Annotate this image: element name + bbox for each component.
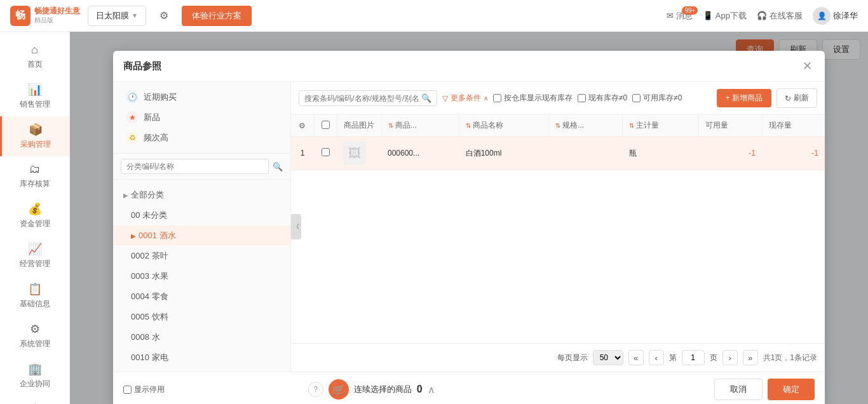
checkbox-available-stock[interactable]: 可用库存≠0 bbox=[632, 93, 682, 104]
username: 徐泽华 bbox=[833, 10, 858, 22]
cat-item-snacks[interactable]: 0004 零食 bbox=[113, 286, 290, 307]
branch-arrow-icon: ▼ bbox=[132, 12, 138, 19]
sidebar-item-sales[interactable]: 📊 销售管理 bbox=[0, 76, 69, 116]
display-disabled-label[interactable]: 显示停用 bbox=[123, 384, 165, 395]
more-filter-button[interactable]: ▽ 更多条件 ∧ bbox=[442, 93, 488, 104]
headset-icon: 🎧 bbox=[757, 11, 767, 20]
table-row[interactable]: 1 🖼 bbox=[291, 137, 825, 170]
messages-button[interactable]: ✉ 消息 99+ bbox=[667, 10, 693, 22]
settings-icon[interactable]: ⚙ bbox=[154, 6, 174, 26]
th-product-spec[interactable]: ⇅ 规格... bbox=[548, 115, 622, 137]
collapse-footer-icon[interactable]: ∧ bbox=[428, 384, 435, 396]
sidebar-label-inventory: 库存核算 bbox=[20, 178, 50, 189]
cat-item-all[interactable]: ▶ 全部分类 bbox=[113, 185, 290, 205]
cat-item-drinks[interactable]: 0005 饮料 bbox=[113, 307, 290, 327]
last-page-button[interactable]: » bbox=[743, 350, 758, 365]
existing-stock-checkbox[interactable] bbox=[578, 94, 586, 102]
add-product-button[interactable]: + 新增商品 bbox=[717, 89, 771, 107]
cat-item-appliances[interactable]: 0010 家电 bbox=[113, 347, 290, 368]
filter-frequent[interactable]: ♻ 频次高 bbox=[121, 128, 283, 148]
cat-arrow-alcohol: ▶ bbox=[131, 232, 136, 239]
next-page-button[interactable]: › bbox=[722, 350, 738, 365]
refresh-icon: ↻ bbox=[785, 94, 791, 103]
sidebar-item-home[interactable]: ⌂ 首页 bbox=[0, 37, 69, 76]
display-disabled-checkbox[interactable] bbox=[123, 386, 132, 394]
per-page-select[interactable]: 50 bbox=[593, 350, 623, 365]
th-checkbox bbox=[314, 115, 337, 137]
filter-new[interactable]: ★ 新品 bbox=[121, 107, 283, 128]
logo-name: 畅捷通好生意 bbox=[34, 6, 80, 17]
logo: 畅 畅捷通好生意 精品版 bbox=[10, 6, 80, 26]
trial-button[interactable]: 体验行业方案 bbox=[182, 6, 252, 26]
th-product-name[interactable]: ⇅ 商品名称 bbox=[459, 115, 549, 137]
product-panel: 🔍 ▽ 更多条件 ∧ 按仓库显示现有库存 bbox=[291, 82, 825, 372]
category-search-input[interactable] bbox=[121, 159, 269, 174]
branch-selector[interactable]: 日太阳膜 ▼ bbox=[88, 6, 146, 26]
row-checkbox[interactable] bbox=[322, 148, 330, 156]
sidebar-label-procurement: 采购管理 bbox=[20, 139, 51, 150]
product-thumbnail: 🖼 bbox=[343, 142, 366, 165]
new-icon: ★ bbox=[126, 111, 139, 124]
cat-item-fruit[interactable]: 0003 水果 bbox=[113, 266, 290, 286]
cat-item-water[interactable]: 0008 水 bbox=[113, 327, 290, 347]
td-checkbox[interactable] bbox=[314, 137, 337, 170]
cat-label-appliances: 0010 家电 bbox=[131, 352, 168, 363]
help-icon[interactable]: ? bbox=[308, 382, 323, 397]
cat-arrow-all: ▶ bbox=[123, 192, 128, 199]
filter-recent[interactable]: 🕐 近期购买 bbox=[121, 87, 283, 107]
confirm-button[interactable]: 确定 bbox=[768, 379, 815, 400]
th-settings[interactable]: ⚙ bbox=[291, 115, 314, 137]
checkbox-warehouse-stock[interactable]: 按仓库显示现有库存 bbox=[493, 93, 573, 104]
modal-close-button[interactable]: ✕ bbox=[799, 58, 815, 74]
checkbox-existing-label: 现有库存≠0 bbox=[588, 93, 627, 104]
category-search-icon[interactable]: 🔍 bbox=[273, 162, 283, 172]
online-service-button[interactable]: 🎧 在线客服 bbox=[757, 10, 803, 22]
warehouse-stock-checkbox[interactable] bbox=[493, 94, 501, 102]
modal-header: 商品参照 ✕ bbox=[113, 51, 825, 82]
th-unit[interactable]: ⇅ 主计量 bbox=[623, 115, 699, 137]
sidebar-item-procurement[interactable]: 📦 采购管理 bbox=[0, 116, 69, 156]
frequent-icon: ♻ bbox=[126, 131, 139, 144]
sidebar-item-inventory[interactable]: 🗂 库存核算 bbox=[0, 156, 69, 196]
sidebar-item-basics[interactable]: 📋 基础信息 bbox=[0, 276, 69, 316]
available-stock-checkbox[interactable] bbox=[632, 94, 641, 102]
filter-arrow-icon: ∧ bbox=[484, 95, 488, 102]
first-page-button[interactable]: « bbox=[628, 350, 644, 365]
online-service-label: 在线客服 bbox=[770, 10, 803, 22]
product-search-input[interactable] bbox=[304, 94, 419, 103]
avatar-icon: 👤 bbox=[813, 7, 831, 25]
collapse-panel-button[interactable]: 《 bbox=[291, 214, 301, 239]
category-panel: 🕐 近期购买 ★ 新品 ♻ 频次高 bbox=[113, 82, 291, 372]
sidebar-item-guide[interactable]: 🎓 新手引导 bbox=[0, 396, 69, 404]
td-stock: -1 bbox=[762, 137, 825, 170]
display-disabled-text: 显示停用 bbox=[134, 384, 165, 395]
page-label: 第 bbox=[669, 353, 677, 363]
sidebar-item-operations[interactable]: 📈 经营管理 bbox=[0, 236, 69, 276]
td-name: 白酒100ml bbox=[459, 137, 549, 170]
user-avatar[interactable]: 👤 徐泽华 bbox=[813, 7, 858, 25]
category-list: ▶ 全部分类 00 未分类 ▶ 0001 酒水 0002 茶 bbox=[113, 180, 290, 372]
cat-item-tea[interactable]: 0002 茶叶 bbox=[113, 246, 290, 266]
product-search-wrap: 🔍 bbox=[299, 90, 437, 106]
inventory-icon: 🗂 bbox=[29, 163, 41, 176]
cat-item-uncategorized[interactable]: 00 未分类 bbox=[113, 205, 290, 226]
select-all-checkbox[interactable] bbox=[322, 121, 330, 129]
refresh-button[interactable]: ↻ 刷新 bbox=[776, 88, 817, 108]
page-number-input[interactable] bbox=[682, 350, 705, 365]
sidebar-item-finance[interactable]: 💰 资金管理 bbox=[0, 196, 69, 236]
app-download-button[interactable]: 📱 App下载 bbox=[703, 10, 747, 22]
th-product-code[interactable]: ⇅ 商品... bbox=[381, 115, 459, 137]
message-icon: ✉ bbox=[667, 11, 674, 20]
sidebar-item-system[interactable]: ⚙ 系统管理 bbox=[0, 316, 69, 356]
top-navigation: 畅 畅捷通好生意 精品版 日太阳膜 ▼ ⚙ 体验行业方案 ✉ 消息 99+ 📱 … bbox=[0, 0, 868, 32]
sidebar-label-enterprise: 企业协同 bbox=[20, 379, 50, 389]
cat-label-alcohol: 0001 酒水 bbox=[139, 230, 176, 241]
cat-item-alcohol[interactable]: ▶ 0001 酒水 bbox=[113, 226, 290, 246]
total-info: 共1页，1条记录 bbox=[763, 353, 817, 363]
sidebar-item-enterprise[interactable]: 🏢 企业协同 bbox=[0, 356, 69, 396]
product-search-icon[interactable]: 🔍 bbox=[421, 93, 431, 103]
cancel-button[interactable]: 取消 bbox=[714, 379, 763, 400]
prev-page-button[interactable]: ‹ bbox=[649, 350, 664, 365]
cat-label-tea: 0002 茶叶 bbox=[131, 250, 168, 262]
checkbox-existing-stock[interactable]: 现有库存≠0 bbox=[578, 93, 627, 104]
